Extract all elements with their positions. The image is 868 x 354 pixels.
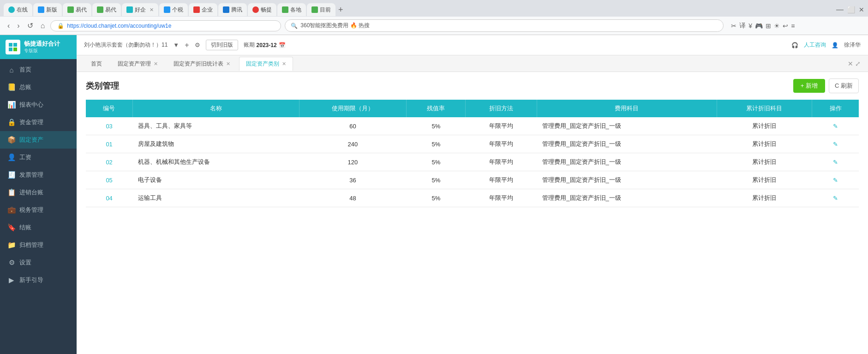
switch-version-button[interactable]: 切到旧版: [206, 40, 238, 50]
cell-code[interactable]: 01: [86, 135, 132, 153]
logo-text: 畅捷通好合计: [24, 40, 60, 48]
dropdown-arrow-icon[interactable]: ▼: [173, 42, 179, 48]
add-button[interactable]: + 新增: [793, 79, 825, 93]
sidebar-item-label: 结账: [19, 223, 31, 232]
sidebar-item-fixed-assets[interactable]: 📦 固定资产: [0, 131, 77, 149]
tab-home[interactable]: 首页: [84, 57, 109, 71]
browser-tab-6[interactable]: 个税: [159, 3, 188, 16]
home-icon: ⌂: [7, 66, 16, 74]
sidebar-item-archive[interactable]: 📁 归档管理: [0, 236, 77, 254]
cell-expense: 管理费用_固定资产折旧_一级: [537, 171, 717, 189]
url-bar[interactable]: 🔒 https://cloud.chanjet.com/accounting/u…: [50, 20, 281, 31]
tab-fixed-mgmt[interactable]: 固定资产管理 ✕: [111, 57, 165, 71]
browser-tab-9[interactable]: 畅提: [248, 3, 276, 16]
username: 徐泽华: [844, 41, 861, 49]
cell-code[interactable]: 02: [86, 153, 132, 171]
translate-icon[interactable]: 译: [739, 22, 746, 30]
cell-action[interactable]: ✎: [812, 153, 859, 171]
cell-residual: 5%: [407, 189, 466, 207]
grid-icon[interactable]: ⊞: [766, 22, 771, 30]
payroll-icon: 👤: [7, 153, 16, 162]
expand-panel-icon[interactable]: ⤢: [855, 60, 861, 67]
cell-code[interactable]: 04: [86, 189, 132, 207]
sidebar-item-inventory[interactable]: 📋 进销台账: [0, 184, 77, 201]
close-panel-icon[interactable]: ✕: [848, 60, 853, 67]
browser-tab-4[interactable]: 易代: [92, 3, 121, 16]
col-residual: 残值率: [407, 100, 466, 117]
calendar-icon[interactable]: 📅: [279, 42, 286, 48]
account-settings-icon[interactable]: ⚙: [195, 42, 200, 48]
edit-icon[interactable]: ✎: [833, 123, 838, 130]
tab-close-5[interactable]: ✕: [150, 7, 154, 13]
refresh-button[interactable]: C 刷新: [829, 78, 859, 93]
sidebar-item-guide[interactable]: ▶ 新手引导: [0, 271, 77, 289]
sidebar-item-label: 新手引导: [19, 276, 43, 284]
sidebar-item-settlement[interactable]: 🔖 结账: [0, 219, 77, 236]
forward-button[interactable]: ›: [15, 21, 21, 31]
reload-button[interactable]: ↺: [25, 20, 35, 31]
maximize-icon[interactable]: ⬜: [847, 6, 855, 13]
sidebar-item-ledger[interactable]: 📒 总账: [0, 78, 77, 96]
minimize-icon[interactable]: —: [836, 6, 844, 14]
col-depreciation: 累计折旧科目: [717, 100, 812, 117]
cell-action[interactable]: ✎: [812, 135, 859, 153]
menu-icon[interactable]: ≡: [791, 22, 795, 30]
tab-close-fixed-mgmt[interactable]: ✕: [154, 61, 158, 67]
cell-residual: 5%: [407, 117, 466, 135]
browser-tab-5[interactable]: 好企 ✕: [122, 3, 158, 16]
browser-tab-10[interactable]: 各地: [277, 3, 306, 16]
browser-tab-8[interactable]: 腾讯: [218, 3, 247, 16]
cell-expense: 管理费用_固定资产折旧_一级: [537, 153, 717, 171]
sidebar-item-home[interactable]: ⌂ 首页: [0, 61, 77, 78]
browser-tab-1[interactable]: 在线: [4, 3, 32, 16]
sidebar-item-tax[interactable]: 💼 税务管理: [0, 201, 77, 219]
category-table: 编号 名称 使用期限（月） 残值率 折旧方法 费用科目 累计折旧科目 操作 03…: [86, 100, 859, 207]
edit-icon[interactable]: ✎: [833, 159, 838, 166]
sidebar-item-invoices[interactable]: 🧾 发票管理: [0, 166, 77, 184]
table-body: 03 器具、工具、家具等 60 5% 年限平均 管理费用_固定资产折旧_一级 累…: [86, 117, 859, 207]
wallet-icon[interactable]: ¥: [748, 22, 752, 30]
edit-icon[interactable]: ✎: [833, 141, 838, 148]
search-bar[interactable]: 🔍 360智能抠图免费用 🔥 热搜: [285, 19, 724, 32]
tab-close-category[interactable]: ✕: [282, 61, 286, 67]
tab-category[interactable]: 固定资产类别 ✕: [239, 57, 293, 71]
scissors-icon[interactable]: ✂: [731, 22, 736, 30]
back-button[interactable]: ‹: [6, 21, 12, 31]
add-account-icon[interactable]: +: [185, 41, 189, 49]
cell-depreciation: 累计折旧: [717, 135, 812, 153]
edit-icon[interactable]: ✎: [833, 177, 838, 184]
tab-depreciation[interactable]: 固定资产折旧统计表 ✕: [167, 57, 237, 71]
cell-method: 年限平均: [466, 135, 537, 153]
cell-action[interactable]: ✎: [812, 189, 859, 207]
edit-icon[interactable]: ✎: [833, 195, 838, 202]
cell-action[interactable]: ✎: [812, 117, 859, 135]
cell-code[interactable]: 05: [86, 171, 132, 189]
inventory-icon: 📋: [7, 188, 16, 197]
new-tab-button[interactable]: +: [336, 6, 345, 14]
brightness-icon[interactable]: ☀: [774, 22, 780, 30]
table-row: 05 电子设备 36 5% 年限平均 管理费用_固定资产折旧_一级 累计折旧 ✎: [86, 171, 859, 189]
browser-tab-2[interactable]: 新版: [33, 3, 62, 16]
tab-close-depreciation[interactable]: ✕: [226, 61, 230, 67]
browser-tab-3[interactable]: 易代: [63, 3, 91, 16]
sidebar-item-payroll[interactable]: 👤 工资: [0, 149, 77, 166]
cell-method: 年限平均: [466, 171, 537, 189]
undo-icon[interactable]: ↩: [783, 22, 788, 30]
browser-tab-11[interactable]: 目前: [307, 3, 335, 16]
toolbar-icons: ✂ 译 ¥ 🎮 ⊞ ☀ ↩ ≡: [731, 22, 795, 30]
sidebar-item-funds[interactable]: 🔒 资金管理: [0, 114, 77, 131]
sidebar-item-reports[interactable]: 📊 报表中心: [0, 96, 77, 114]
app-main: 刘小艳演示套套（勿删勿动！）11 ▼ + ⚙ 切到旧版 账期 2023-12 📅…: [77, 35, 868, 354]
close-window-icon[interactable]: ✕: [859, 6, 864, 13]
game-icon[interactable]: 🎮: [755, 22, 763, 30]
browser-tab-7[interactable]: 企业: [189, 3, 217, 16]
cell-action[interactable]: ✎: [812, 171, 859, 189]
cell-method: 年限平均: [466, 153, 537, 171]
sidebar-item-settings[interactable]: ⚙ 设置: [0, 254, 77, 271]
home-button[interactable]: ⌂: [39, 21, 47, 31]
service-label[interactable]: 人工咨询: [804, 41, 826, 49]
headset-icon: 🎧: [791, 42, 798, 48]
cell-months: 120: [299, 153, 407, 171]
cell-code[interactable]: 03: [86, 117, 132, 135]
cell-months: 48: [299, 189, 407, 207]
